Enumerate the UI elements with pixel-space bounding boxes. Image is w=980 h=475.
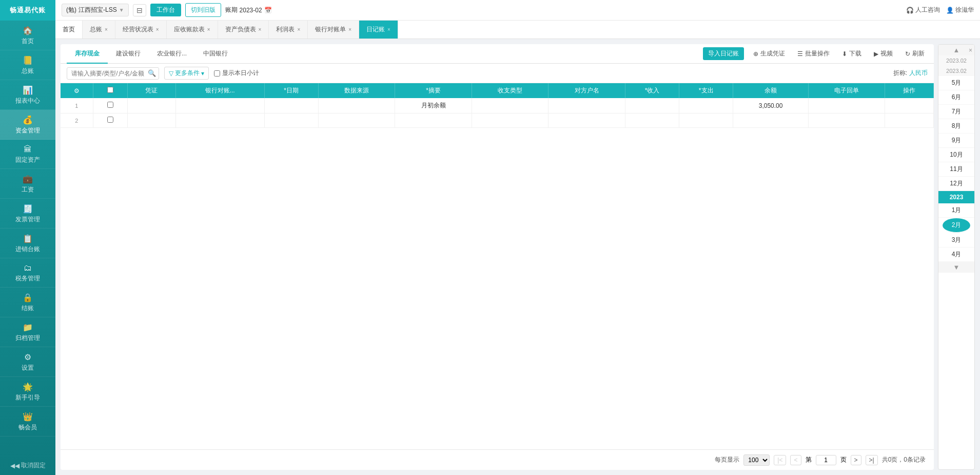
tab-close-icon[interactable]: × <box>207 27 210 32</box>
month-12[interactable]: 12月 <box>938 177 974 191</box>
sidebar-item-report-center[interactable]: 📊 报表中心 <box>0 80 55 110</box>
closing-icon: 🔒 <box>23 293 33 302</box>
row-voucher <box>127 113 175 128</box>
date-picker-panel: × ▲ 2023.02 2023.02 5月 6月 7月 8月 9月 10月 1… <box>938 44 975 470</box>
row-checkbox[interactable] <box>93 113 127 128</box>
sub-tab-boc[interactable]: 中国银行 <box>195 44 236 64</box>
sidebar-item-archive-mgmt[interactable]: 📁 归档管理 <box>0 317 55 347</box>
sidebar-item-new-guide[interactable]: 🌟 新手引导 <box>0 377 55 407</box>
month-11[interactable]: 11月 <box>938 162 974 177</box>
month-1[interactable]: 1月 <box>938 203 974 218</box>
download-btn[interactable]: ⬇ 下载 <box>839 48 865 60</box>
chevron-down-icon: ▾ <box>201 70 204 77</box>
col-checkbox <box>93 83 127 98</box>
unfix-sidebar-btn[interactable]: ◀◀ 取消固定 <box>0 461 55 470</box>
sidebar-item-invoice-mgmt[interactable]: 🧾 发票管理 <box>0 199 55 229</box>
sidebar-item-salary[interactable]: 💼 工资 <box>0 169 55 199</box>
row-expenditure <box>679 98 733 113</box>
tab-close-icon[interactable]: × <box>297 27 300 32</box>
tabbar: 首页 总账 × 经营状况表 × 应收账款表 × 资产负债表 × 利润表 × 银行… <box>55 21 980 39</box>
prev-year-entry2[interactable]: 2023.02 <box>938 66 974 76</box>
show-today-checkbox[interactable] <box>214 70 220 77</box>
last-page-btn[interactable]: >| <box>866 455 878 465</box>
video-btn[interactable]: ▶ 视频 <box>871 48 896 60</box>
tab-close-icon[interactable]: × <box>105 27 108 32</box>
tab-profit[interactable]: 利润表 × <box>269 21 308 39</box>
prev-year-entry[interactable]: 2023.02 <box>938 55 974 66</box>
batch-ops-btn[interactable]: ☰ 批量操作 <box>794 48 833 60</box>
sidebar-item-fixed-assets[interactable]: 🏛 固定资产 <box>0 140 55 169</box>
page-input[interactable]: 1 <box>816 455 836 465</box>
row-bank-reconcile <box>175 113 264 128</box>
sidebar-item-settings[interactable]: ⚙ 设置 <box>0 347 55 377</box>
page-size-select[interactable]: 20 50 100 200 <box>743 454 770 466</box>
voucher-icon: ⊕ <box>753 50 758 58</box>
prev-page-btn[interactable]: < <box>790 455 801 465</box>
tab-label: 总账 <box>90 25 102 34</box>
refresh-btn[interactable]: ↻ 刷新 <box>902 48 928 60</box>
customer-service-btn[interactable]: 🎧 人工咨询 <box>906 6 940 14</box>
sidebar-item-sales-ledger[interactable]: 📋 进销台账 <box>0 229 55 258</box>
user-menu-btn[interactable]: 👤 徐滋华 <box>946 6 974 14</box>
month-9[interactable]: 9月 <box>938 134 974 148</box>
row-select-checkbox[interactable] <box>107 117 113 123</box>
copy-button[interactable]: ⊟ <box>133 4 146 16</box>
company-tag: (勉) <box>66 6 76 14</box>
more-filter-btn[interactable]: ▽ 更多条件 ▾ <box>164 67 209 80</box>
sub-tab-abc[interactable]: 农业银行... <box>149 44 195 64</box>
month-10[interactable]: 10月 <box>938 148 974 162</box>
currency-selector[interactable]: 人民币 <box>909 69 928 78</box>
report-icon: 📊 <box>23 85 33 95</box>
sub-tab-cash[interactable]: 库存现金 <box>67 44 108 64</box>
date-picker-close-btn[interactable]: × <box>969 47 972 54</box>
content-area: 库存现金 建设银行 农业银行... 中国银行 导入日记账 ⊕ 生成凭证 <box>55 39 980 475</box>
tab-close-icon[interactable]: × <box>259 27 262 32</box>
tab-close-icon[interactable]: × <box>387 27 390 32</box>
sidebar-item-vip[interactable]: 👑 畅会员 <box>0 407 55 436</box>
old-version-button[interactable]: 切到旧版 <box>185 3 221 17</box>
first-page-btn[interactable]: |< <box>774 455 786 465</box>
search-input[interactable] <box>67 67 159 80</box>
row-checkbox[interactable] <box>93 98 127 113</box>
month-5[interactable]: 5月 <box>938 76 974 90</box>
video-icon: ▶ <box>874 50 878 58</box>
import-journal-btn[interactable]: 导入日记账 <box>703 47 744 60</box>
select-all-checkbox[interactable] <box>107 87 113 93</box>
tab-assets-liabilities[interactable]: 资产负债表 × <box>218 21 269 39</box>
scroll-down-btn[interactable]: ▼ <box>938 262 974 273</box>
tab-close-icon[interactable]: × <box>348 27 351 32</box>
tab-bank-reconcile[interactable]: 银行对账单 × <box>308 21 359 39</box>
month-2-active[interactable]: 2月 <box>943 218 970 233</box>
month-3[interactable]: 3月 <box>938 233 974 248</box>
sidebar-item-home[interactable]: 🏠 首页 <box>0 21 55 50</box>
col-settings[interactable]: ⚙ <box>61 83 93 98</box>
row-income <box>625 113 679 128</box>
search-icon: 🔍 <box>148 69 156 77</box>
tab-receivable[interactable]: 应收账款表 × <box>167 21 218 39</box>
sidebar-item-general-ledger[interactable]: 📒 总账 <box>0 50 55 80</box>
month-4[interactable]: 4月 <box>938 248 974 262</box>
tab-close-icon[interactable]: × <box>156 27 159 32</box>
workbench-button[interactable]: 工作台 <box>150 4 181 16</box>
calendar-icon[interactable]: 📅 <box>264 7 272 14</box>
sidebar-item-capital-mgmt[interactable]: 💰 资金管理 <box>0 110 55 140</box>
row-select-checkbox[interactable] <box>107 102 113 108</box>
tab-business-status[interactable]: 经营状况表 × <box>115 21 167 39</box>
show-today-checkbox-wrap[interactable]: 显示本日小计 <box>214 69 259 78</box>
col-date: *日期 <box>264 83 318 98</box>
sidebar-item-label: 新手引导 <box>15 393 40 402</box>
month-7[interactable]: 7月 <box>938 105 974 119</box>
tab-journal[interactable]: 日记账 × <box>359 21 398 39</box>
month-8[interactable]: 8月 <box>938 119 974 134</box>
company-selector[interactable]: (勉) 江西招宝-LSS ▼ <box>62 4 129 16</box>
sidebar-item-closing[interactable]: 🔒 结账 <box>0 288 55 317</box>
sidebar-item-tax-mgmt[interactable]: 🗂 税务管理 <box>0 258 55 288</box>
sub-tab-ccb[interactable]: 建设银行 <box>108 44 149 64</box>
sidebar-item-label: 发票管理 <box>15 215 40 224</box>
tab-home[interactable]: 首页 <box>55 21 83 39</box>
month-6[interactable]: 6月 <box>938 90 974 105</box>
tab-general-ledger[interactable]: 总账 × <box>83 21 115 39</box>
next-page-btn[interactable]: > <box>851 455 861 465</box>
company-name: 江西招宝-LSS <box>79 6 117 14</box>
generate-voucher-btn[interactable]: ⊕ 生成凭证 <box>750 48 788 60</box>
